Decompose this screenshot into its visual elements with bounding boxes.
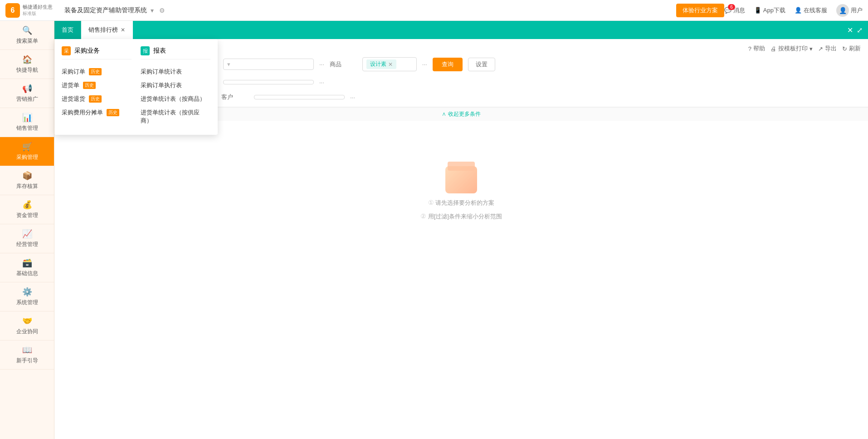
purchase-icon: 🛒 [22, 142, 32, 152]
sidebar-item-sales[interactable]: 📊 销售管理 [0, 108, 54, 137]
help-icon: ? [748, 45, 751, 52]
refresh-btn[interactable]: ↻ 刷新 [842, 44, 861, 53]
purchase-dropdown-menu: 采 采购业务 采购订单 历史 进货单 历史 进货退货 历史 采购费用分摊单 历史 [54, 39, 218, 135]
home-icon: 🏠 [22, 54, 32, 64]
sidebar-label-operations: 经营管理 [16, 241, 38, 248]
message-badge: 6 [728, 4, 735, 10]
dropdown-item-purchase-order[interactable]: 采购订单 历史 [62, 65, 132, 79]
purchase-col-header: 采 采购业务 [62, 46, 132, 59]
settings-button[interactable]: 设置 [468, 58, 495, 71]
online-service-item[interactable]: 👤 在线客服 [795, 6, 827, 15]
print-btn[interactable]: 🖨 按模板打印 ▾ [770, 44, 813, 53]
order-stats-label: 采购订单统计表 [141, 68, 182, 76]
purchase-col-icon: 采 [62, 46, 71, 55]
stock-in-label: 进货单 [62, 81, 79, 89]
collapse-icon: ∧ [442, 111, 448, 117]
export-btn[interactable]: ↗ 导出 [818, 44, 837, 53]
empty-box [445, 166, 477, 193]
dropdown-item-order-stats[interactable]: 采购订单统计表 [141, 65, 210, 79]
tab-home-label: 首页 [62, 26, 73, 34]
goods-input[interactable]: 设计素 ✕ [362, 57, 417, 71]
user-item[interactable]: 👤 用户 [836, 4, 863, 17]
sidebar-item-nav[interactable]: 🏠 快捷导航 [0, 50, 54, 79]
sidebar-label-guide: 新手引导 [16, 357, 38, 365]
system-dropdown-icon[interactable]: ▾ [151, 7, 154, 14]
history-badge-3: 历史 [107, 109, 119, 116]
goods-tag-close[interactable]: ✕ [388, 61, 393, 68]
dropdown-item-stock-return[interactable]: 进货退货 历史 [62, 92, 132, 106]
tab-maximize-icon[interactable]: ⤢ [857, 26, 863, 35]
sidebar-item-inventory[interactable]: 📦 库存核算 [0, 166, 54, 195]
tab-bar-actions: ✕ ⤢ [842, 21, 868, 39]
dropdown-item-expense[interactable]: 采购费用分摊单 历史 [62, 106, 132, 119]
report-col: 报 报表 采购订单统计表 采购订单执行表 进货单统计表（按商品） 进货单统计表（… [141, 46, 210, 128]
logo-icon: 6 [5, 3, 20, 18]
stock-stats-supplier-label: 进货单统计表（按供应商） [141, 109, 210, 125]
history-badge-2: 历史 [89, 95, 102, 103]
empty-illustration [439, 157, 484, 193]
sidebar-item-system[interactable]: ⚙️ 系统管理 [0, 282, 54, 311]
sidebar-item-guide[interactable]: 📖 新手引导 [0, 340, 54, 370]
toolbar-right: ? 帮助 🖨 按模板打印 ▾ ↗ 导出 ↻ 刷新 [748, 44, 861, 53]
sidebar-item-marketing[interactable]: 📢 营销推广 [0, 79, 54, 108]
message-item[interactable]: 💬 6 消息 [724, 6, 745, 15]
stock-stats-goods-label: 进货单统计表（按商品） [141, 95, 205, 103]
salesman-input[interactable] [223, 80, 314, 84]
sidebar-label-enterprise: 企业协同 [16, 328, 38, 335]
guide-icon: 📖 [22, 345, 32, 355]
sidebar-label-inventory: 库存核算 [16, 183, 38, 190]
settings-gear-icon[interactable]: ⚙ [159, 7, 165, 14]
refresh-icon: ↻ [842, 45, 847, 52]
history-badge-0: 历史 [89, 68, 102, 75]
empty-state: ① 请先选择要分析的方案 ② 用[过滤]条件来缩小分析范围 [54, 121, 868, 257]
report-col-header: 报 报表 [141, 46, 210, 59]
goods-dots: ··· [422, 61, 427, 68]
sidebar-label-basic: 基础信息 [16, 270, 38, 277]
tab-close-icon[interactable]: ✕ [121, 27, 125, 33]
customer-label: 客户 [221, 93, 249, 101]
operations-icon: 📈 [22, 229, 32, 239]
query-button[interactable]: 查询 [433, 58, 463, 71]
expense-label: 采购费用分摊单 [62, 109, 103, 117]
sidebar-label-nav: 快捷导航 [16, 66, 38, 74]
basic-icon: 🗃️ [22, 258, 32, 268]
experience-btn[interactable]: 体验行业方案 [676, 4, 724, 17]
finance-icon: 💰 [22, 200, 32, 210]
sidebar-item-finance[interactable]: 💰 资金管理 [0, 195, 54, 224]
sidebar-item-purchase[interactable]: 🛒 采购管理 [0, 137, 54, 166]
logo-text: 畅捷通好生意 [23, 4, 53, 10]
tab-sales-ranking[interactable]: 销售排行榜 ✕ [81, 21, 133, 39]
customer-input[interactable] [254, 95, 345, 99]
tab-close-all-icon[interactable]: ✕ [847, 26, 853, 35]
status-input[interactable]: ▾ [223, 59, 314, 70]
sidebar-label-purchase: 采购管理 [16, 153, 38, 161]
export-icon: ↗ [818, 45, 823, 52]
sidebar-item-basic[interactable]: 🗃️ 基础信息 [0, 253, 54, 282]
dropdown-item-stock-stats-supplier[interactable]: 进货单统计表（按供应商） [141, 106, 210, 128]
logo-area: 6 畅捷通好生意 标准版 [5, 3, 60, 18]
sidebar-label-system: 系统管理 [16, 299, 38, 306]
marketing-icon: 📢 [22, 84, 32, 94]
tab-home[interactable]: 首页 [54, 21, 81, 39]
goods-label: 商品 [330, 60, 357, 69]
goods-tag: 设计素 ✕ [366, 59, 396, 69]
tab-sales-label: 销售排行榜 [88, 26, 118, 34]
sidebar-label-finance: 资金管理 [16, 212, 38, 219]
dropdown-item-stock-in[interactable]: 进货单 历史 [62, 79, 132, 92]
order-exec-label: 采购订单执行表 [141, 81, 182, 89]
sidebar-label-sales: 销售管理 [16, 124, 38, 132]
dropdown-item-order-exec[interactable]: 采购订单执行表 [141, 79, 210, 92]
online-service-label: 在线客服 [804, 6, 827, 15]
sidebar-item-enterprise[interactable]: 🤝 企业协同 [0, 311, 54, 340]
empty-hint-2: ② 用[过滤]条件来缩小分析范围 [420, 212, 502, 221]
system-icon: ⚙️ [22, 287, 32, 297]
app-download-item[interactable]: 📱 App下载 [754, 6, 785, 15]
help-btn[interactable]: ? 帮助 [748, 44, 765, 53]
dropdown-item-stock-stats-goods[interactable]: 进货单统计表（按商品） [141, 92, 210, 106]
system-title: 装备及固定资产辅助管理系统 ▾ ⚙ [60, 6, 672, 15]
status-dots: ··· [319, 61, 324, 68]
sidebar-item-operations[interactable]: 📈 经营管理 [0, 224, 54, 253]
empty-hint-1: ① 请先选择要分析的方案 [428, 199, 495, 207]
print-dropdown-icon: ▾ [809, 45, 813, 52]
sidebar-item-search[interactable]: 🔍 搜索菜单 [0, 21, 54, 50]
